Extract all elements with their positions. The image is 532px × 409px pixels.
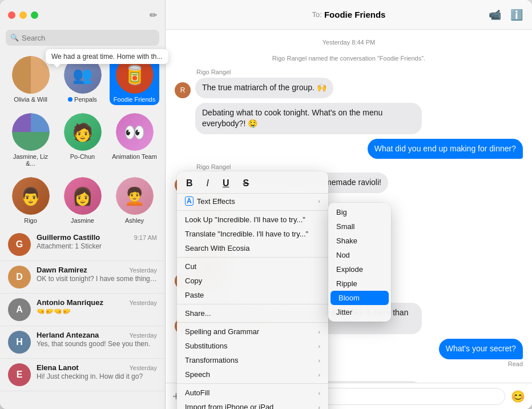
menu-item-copy[interactable]: Copy <box>177 274 328 288</box>
menu-item-search-ecosia[interactable]: Search With Ecosia <box>177 241 328 255</box>
separator-5 <box>177 383 328 384</box>
menu-item-transformations[interactable]: Transformations › <box>177 353 328 367</box>
avatar-antonio: A <box>8 298 31 321</box>
conv-content-antonio: Antonio Manriquez Yesterday 🤜🤛🤜🤛 <box>37 298 157 315</box>
strikethrough-button[interactable]: S <box>241 177 252 190</box>
lookup-label: Look Up "Incredible. I'll have to try...… <box>185 215 305 224</box>
avatar-herland: H <box>8 331 31 354</box>
conv-item-guillermo[interactable]: G Guillermo Castillo 9:17 AM Attachment:… <box>0 228 165 261</box>
maximize-button[interactable] <box>31 11 38 19</box>
chat-header-icons: 📹 ℹ️ <box>489 9 523 21</box>
compose-button[interactable]: ✏ <box>150 10 157 21</box>
submenu-ripple[interactable]: Ripple <box>328 276 391 291</box>
speech-label: Speech <box>185 370 210 379</box>
chat-header: To: Foodie Friends 📹 ℹ️ <box>166 0 532 30</box>
menu-item-spelling[interactable]: Spelling and Grammar › <box>177 324 328 339</box>
group-name-rigo: Rigo <box>24 217 37 224</box>
conv-content-dawn: Dawn Ramirez Yesterday OK to visit tonig… <box>37 266 157 283</box>
conv-item-elena[interactable]: E Elena Lanot Yesterday Hi! Just checkin… <box>0 359 165 391</box>
tooltip: We had a great time. Home with th... <box>46 49 168 64</box>
menu-item-cut[interactable]: Cut <box>177 259 328 274</box>
group-item-jasmine-solo[interactable]: 👩 Jasmine <box>58 175 107 226</box>
text-effects-label: Text Effects <box>197 197 235 206</box>
bubble-3: What did you end up making for dinner? <box>368 139 523 159</box>
menu-item-share[interactable]: Share... <box>177 306 328 320</box>
titlebar: ✏ <box>0 0 165 30</box>
info-icon[interactable]: ℹ️ <box>510 9 523 21</box>
conv-name-guillermo: Guillermo Castillo <box>37 233 100 242</box>
context-menu: B I U S A Text Effects › Look Up "Incred… <box>177 171 328 409</box>
unread-dot <box>68 97 72 102</box>
to-label: To: <box>312 10 322 19</box>
menu-item-text-effects[interactable]: A Text Effects › <box>177 194 328 208</box>
conv-name-dawn: Dawn Ramirez <box>37 266 87 274</box>
import-arrow: › <box>318 404 320 410</box>
conv-content-elena: Elena Lanot Yesterday Hi! Just checking … <box>37 363 157 380</box>
underline-button[interactable]: U <box>220 177 232 190</box>
menu-item-substitutions[interactable]: Substitutions › <box>177 339 328 353</box>
conv-preview-elena: Hi! Just checking in. How did it go? <box>37 372 157 380</box>
substitutions-label: Substitutions <box>185 342 227 350</box>
menu-item-lookup[interactable]: Look Up "Incredible. I'll have to try...… <box>177 212 328 227</box>
group-item-jasmine-liz[interactable]: Jasmine, Liz &... <box>6 111 55 169</box>
transformations-label: Transformations <box>185 356 238 364</box>
conv-content-guillermo: Guillermo Castillo 9:17 AM Attachment: 1… <box>37 233 157 250</box>
import-label: Import from iPhone or iPad <box>185 403 273 409</box>
chat-title-area: To: Foodie Friends <box>209 10 489 19</box>
search-input[interactable] <box>22 34 155 42</box>
conv-item-herland[interactable]: H Herland Antezana Yesterday Yes, that s… <box>0 326 165 359</box>
conversation-list: G Guillermo Castillo 9:17 AM Attachment:… <box>0 228 165 409</box>
group-name-jasmine-liz: Jasmine, Liz &... <box>8 153 53 167</box>
avatar-dawn: D <box>8 266 31 288</box>
conv-preview-guillermo: Attachment: 1 Sticker <box>37 242 157 250</box>
group-item-pochun[interactable]: 🧑 Po-Chun <box>58 111 107 169</box>
sidebar: ✏ 🔍 We had a great time. Home with th... <box>0 0 166 409</box>
avatar-pochun: 🧑 <box>64 113 102 151</box>
system-event: Rigo Rangel named the conversation "Food… <box>175 55 523 62</box>
conv-item-dawn[interactable]: D Dawn Ramirez Yesterday OK to visit ton… <box>0 261 165 294</box>
group-item-ashley[interactable]: 🧑‍🦱 Ashley <box>110 175 159 226</box>
conv-name-elena: Elena Lanot <box>37 363 79 372</box>
msg-row-1: R The true matriarch of the group. 🙌 <box>175 78 523 98</box>
group-item-animation-team[interactable]: 👀 Animation Team <box>110 111 159 169</box>
menu-item-paste[interactable]: Paste <box>177 288 328 302</box>
menu-item-speech[interactable]: Speech › <box>177 367 328 382</box>
video-call-icon[interactable]: 📹 <box>489 9 501 21</box>
conv-name-antonio: Antonio Manriquez <box>37 298 103 307</box>
avatar-guillermo: G <box>8 233 31 256</box>
menu-item-import[interactable]: Import from iPhone or iPad › <box>177 400 328 409</box>
format-bar: B I U S <box>177 174 328 194</box>
bubble-1: The true matriarch of the group. 🙌 <box>195 78 333 98</box>
group-avatars-row3: 👨 Rigo 👩 Jasmine 🧑‍🦱 Ashley <box>0 171 165 228</box>
msg-group-2: Debating what to cook tonight. What's on… <box>175 103 523 134</box>
msg-group-1: Rigo Rangel R The true matriarch of the … <box>175 69 523 98</box>
spelling-label: Spelling and Grammar <box>185 327 259 336</box>
submenu-explode[interactable]: Explode <box>328 262 391 276</box>
bold-button[interactable]: B <box>184 177 195 190</box>
msg-row-3: What did you end up making for dinner? <box>175 139 523 159</box>
group-name-foodie-friends: Foodie Friends <box>114 96 155 103</box>
group-item-rigo[interactable]: 👨 Rigo <box>6 175 55 226</box>
minimize-button[interactable] <box>19 11 27 19</box>
submenu-bloom[interactable]: Bloom <box>331 291 389 305</box>
close-button[interactable] <box>8 11 15 19</box>
group-name-ashley: Ashley <box>125 217 144 224</box>
menu-item-autofill[interactable]: AutoFill › <box>177 386 328 400</box>
avatar-elena: E <box>8 363 31 386</box>
speech-arrow: › <box>318 371 320 378</box>
group-name-pochun: Po-Chun <box>70 153 95 160</box>
conv-preview-antonio: 🤜🤛🤜🤛 <box>37 307 157 315</box>
submenu-nod[interactable]: Nod <box>328 248 391 262</box>
submenu-small[interactable]: Small <box>328 219 391 234</box>
menu-item-translate[interactable]: Translate "Incredible. I'll have to try.… <box>177 227 328 241</box>
conv-item-antonio[interactable]: A Antonio Manriquez Yesterday 🤜🤛🤜🤛 <box>0 294 165 326</box>
submenu-shake[interactable]: Shake <box>328 234 391 248</box>
emoji-button[interactable]: 😊 <box>511 390 525 403</box>
group-name-jasmine-solo: Jasmine <box>71 217 94 224</box>
submenu-jitter[interactable]: Jitter <box>328 305 391 319</box>
chat-group-name: Foodie Friends <box>324 10 386 19</box>
cut-label: Cut <box>185 262 196 271</box>
submenu-big[interactable]: Big <box>328 205 391 219</box>
conv-preview-dawn: OK to visit tonight? I have some things … <box>37 275 157 283</box>
italic-button[interactable]: I <box>204 177 211 190</box>
